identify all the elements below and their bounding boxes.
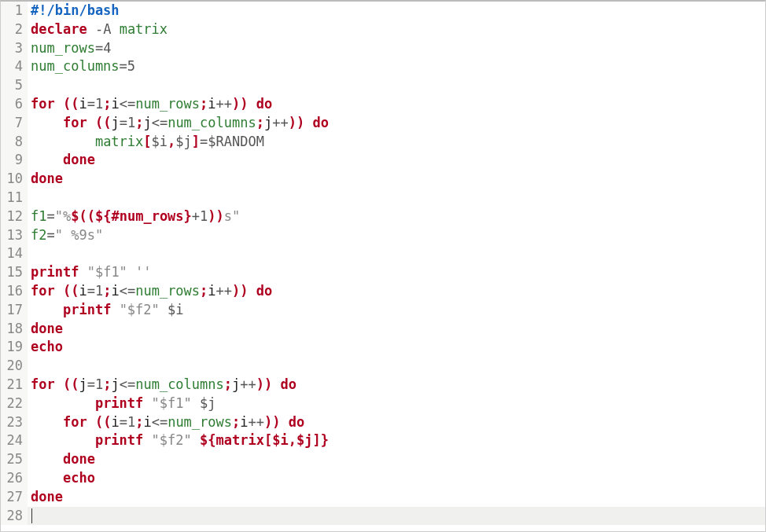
code-token: i bbox=[208, 283, 215, 299]
code-token: matrix bbox=[216, 432, 264, 448]
code-token: done bbox=[31, 171, 63, 186]
line-content: printf "$f2" $i bbox=[28, 301, 765, 320]
code-token: num_columns bbox=[31, 58, 120, 74]
line-content bbox=[28, 244, 765, 263]
code-token: " %9s" bbox=[55, 227, 103, 243]
code-line: 13f2=" %9s" bbox=[1, 226, 765, 245]
code-line: 27done bbox=[1, 488, 765, 507]
code-token: = bbox=[87, 376, 95, 392]
code-token: (( bbox=[95, 115, 111, 130]
code-token: do bbox=[289, 414, 304, 430]
code-token: for bbox=[63, 414, 87, 430]
line-content: for ((j=1;j<=num_columns;j++)) do bbox=[28, 114, 765, 133]
code-token: num_columns bbox=[168, 115, 256, 130]
line-content: num_rows=4 bbox=[28, 39, 765, 58]
code-token: <= bbox=[120, 283, 135, 299]
code-token: matrix bbox=[120, 21, 168, 37]
line-number: 18 bbox=[1, 320, 28, 339]
line-number: 1 bbox=[1, 2, 28, 20]
line-number: 12 bbox=[1, 207, 28, 226]
code-token: #num_rows bbox=[111, 208, 183, 224]
code-token: do bbox=[281, 376, 296, 392]
code-token: { bbox=[208, 432, 215, 448]
code-token: $ bbox=[71, 208, 79, 224]
code-line: 24 printf "$f2" ${matrix[$i,$j]} bbox=[1, 431, 765, 450]
code-token: = bbox=[120, 115, 127, 130]
code-token bbox=[31, 115, 63, 130]
line-number: 5 bbox=[1, 76, 28, 95]
code-token: ++ bbox=[240, 376, 256, 392]
code-token: (( bbox=[79, 208, 94, 224]
code-token: ++ bbox=[216, 283, 232, 299]
code-token bbox=[79, 264, 87, 280]
code-token: $j bbox=[296, 432, 312, 448]
code-token: num_rows bbox=[168, 414, 232, 430]
code-token: matrix bbox=[95, 134, 143, 149]
code-token bbox=[249, 283, 256, 299]
code-token bbox=[111, 21, 119, 37]
line-number: 23 bbox=[1, 413, 28, 432]
code-token bbox=[87, 21, 95, 37]
code-token: )) bbox=[232, 283, 248, 299]
code-token: } bbox=[184, 208, 192, 224]
line-number: 7 bbox=[1, 114, 28, 133]
code-token: 1 bbox=[95, 376, 103, 392]
code-token: i bbox=[79, 96, 87, 112]
code-token bbox=[160, 302, 168, 317]
code-token: for bbox=[63, 115, 87, 130]
line-content: done bbox=[28, 450, 765, 469]
code-token: for bbox=[31, 376, 55, 392]
code-token: 1 bbox=[127, 414, 135, 430]
code-token: j bbox=[232, 376, 240, 392]
code-line: 10done bbox=[1, 170, 765, 189]
code-token: <= bbox=[152, 414, 168, 430]
code-token: printf bbox=[95, 432, 143, 448]
line-content: for ((i=1;i<=num_rows;i++)) do bbox=[28, 413, 765, 432]
line-number: 21 bbox=[1, 376, 28, 394]
code-token: % bbox=[63, 208, 71, 224]
line-content bbox=[28, 76, 765, 95]
code-token: num_rows bbox=[135, 96, 200, 112]
code-token: j bbox=[111, 115, 119, 130]
code-line: 16for ((i=1;i<=num_rows;i++)) do bbox=[1, 282, 765, 301]
line-number: 2 bbox=[1, 20, 28, 39]
code-token bbox=[111, 302, 119, 317]
code-token bbox=[127, 264, 135, 280]
line-content: echo bbox=[28, 469, 765, 488]
code-line: 8 matrix[$i,$j]=$RANDOM bbox=[1, 133, 765, 152]
code-token: = bbox=[200, 134, 208, 149]
code-token: $i bbox=[272, 432, 288, 448]
line-content: for ((i=1;i<=num_rows;i++)) do bbox=[28, 95, 765, 114]
line-content: done bbox=[28, 488, 765, 507]
code-token: (( bbox=[63, 376, 79, 392]
code-token: "$f1" bbox=[152, 395, 192, 411]
code-token bbox=[249, 96, 256, 112]
line-number: 25 bbox=[1, 450, 28, 469]
code-token bbox=[87, 115, 95, 130]
code-token: i bbox=[143, 414, 151, 430]
code-line: 11 bbox=[1, 189, 765, 207]
code-token: f2 bbox=[31, 227, 46, 243]
code-token: done bbox=[31, 321, 63, 336]
code-token: $i bbox=[152, 134, 168, 149]
line-number: 27 bbox=[1, 488, 28, 507]
code-token: )) bbox=[208, 208, 223, 224]
code-line: 7 for ((j=1;j<=num_columns;j++)) do bbox=[1, 114, 765, 133]
code-token: ; bbox=[224, 376, 232, 392]
code-token: } bbox=[321, 432, 329, 448]
code-token: ; bbox=[232, 414, 240, 430]
code-token bbox=[31, 414, 63, 430]
code-token: j bbox=[111, 376, 119, 392]
code-token: $RANDOM bbox=[208, 134, 264, 149]
code-token: )) bbox=[289, 115, 304, 130]
line-number: 19 bbox=[1, 338, 28, 357]
code-token: ; bbox=[135, 115, 143, 130]
code-editor[interactable]: 1#!/bin/bash2declare -A matrix3num_rows=… bbox=[0, 0, 766, 532]
code-token: )) bbox=[232, 96, 248, 112]
code-token: ; bbox=[200, 283, 208, 299]
code-line: 3num_rows=4 bbox=[1, 39, 765, 58]
code-token bbox=[31, 470, 63, 486]
code-token bbox=[55, 283, 63, 299]
code-line: 21for ((j=1;j<=num_columns;j++)) do bbox=[1, 376, 765, 394]
code-token: <= bbox=[120, 376, 135, 392]
